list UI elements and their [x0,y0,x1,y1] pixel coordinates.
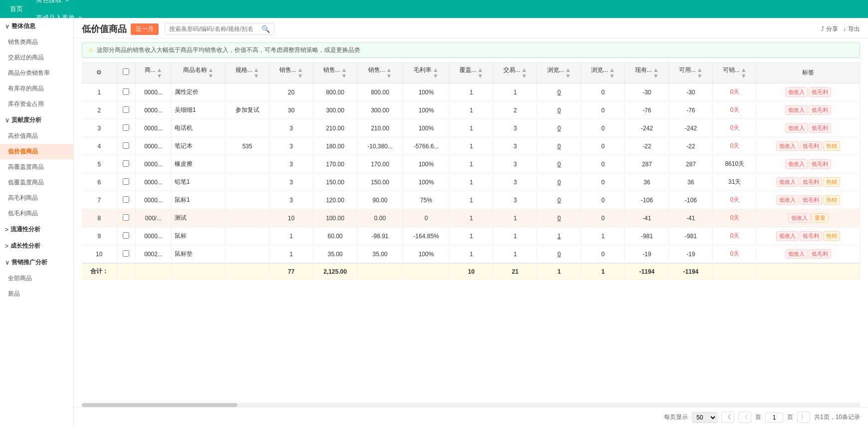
row-view1[interactable]: 0 [537,173,581,191]
row-view1[interactable]: 0 [537,245,581,264]
view-link[interactable]: 0 [557,125,561,132]
sort-icon[interactable]: ▲▼ [521,67,527,79]
col-header-8[interactable]: 毛利率▲▼ [403,62,449,83]
sidebar-group-成长性分析[interactable]: >成长性分析 [0,238,73,254]
row-checkbox[interactable] [123,142,129,149]
table-wrapper[interactable]: ⚙商...▲▼商品名称▲▼规格...▲▼销售...▲▼销售...▲▼销售...▲… [74,62,868,403]
sidebar-group-整体信息[interactable]: ∨整体信息 [0,18,73,34]
tab-close-icon[interactable]: ✕ [78,15,82,21]
sidebar-item-低覆盖度商品[interactable]: 低覆盖度商品 [0,175,73,190]
tab-close-icon[interactable]: ✕ [65,0,69,3]
col-header-5[interactable]: 销售...▲▼ [269,62,313,83]
row-view1[interactable]: 1 [537,227,581,245]
row-view1[interactable]: 0 [537,83,581,101]
sidebar-item-高价值商品[interactable]: 高价值商品 [0,128,73,144]
sort-icon[interactable]: ▲▼ [208,67,214,79]
filter-btn[interactable]: 近一月 [131,23,159,35]
sort-icon[interactable]: ▲▼ [565,67,571,79]
row-check[interactable] [117,83,136,101]
row-check[interactable] [117,227,136,245]
row-check[interactable] [117,173,136,191]
row-view1[interactable]: 0 [537,101,581,119]
search-input[interactable] [169,25,258,32]
sidebar-item-低价值商品[interactable]: 低价值商品 [0,144,73,159]
row-view1[interactable]: 0 [537,209,581,227]
sidebar-group-贡献度分析[interactable]: ∨贡献度分析 [0,112,73,128]
col-header-3[interactable]: 商品名称▲▼ [171,62,225,83]
row-checkbox[interactable] [123,124,129,131]
per-page-select[interactable]: 50 100 200 [692,412,717,423]
sort-icon[interactable]: ▲▼ [253,67,259,79]
row-checkbox[interactable] [123,214,129,221]
sidebar-item-库存资金占用[interactable]: 库存资金占用 [0,96,73,112]
sidebar-item-交易过的商品[interactable]: 交易过的商品 [0,50,73,65]
sort-icon[interactable]: ▲▼ [433,67,438,79]
row-view1[interactable]: 0 [537,155,581,173]
col-header-11[interactable]: 浏览...▲▼ [537,62,581,83]
tab-close-icon[interactable]: ✕ [65,51,69,57]
sort-icon[interactable]: ▲▼ [341,67,347,79]
sidebar-item-销售类商品[interactable]: 销售类商品 [0,34,73,50]
row-checkbox[interactable] [123,160,129,167]
col-header-12[interactable]: 浏览...▲▼ [581,62,625,83]
row-check[interactable] [117,155,136,173]
col-header-7[interactable]: 销售...▲▼ [357,62,403,83]
row-view1[interactable]: 0 [537,119,581,137]
row-checkbox[interactable] [123,250,129,257]
view-link[interactable]: 0 [557,107,561,114]
col-header-2[interactable]: 商...▲▼ [136,62,172,83]
row-check[interactable] [117,101,136,119]
row-view1[interactable]: 0 [537,191,581,209]
nav-home[interactable]: 首页 [4,4,29,13]
share-btn[interactable]: ⤴ 分享 [821,25,838,33]
select-all-checkbox[interactable] [123,68,129,75]
view-link[interactable]: 0 [557,215,561,222]
row-checkbox[interactable] [123,106,129,113]
sidebar-group-营销推广分析[interactable]: ∨营销推广分析 [0,254,73,271]
sort-icon[interactable]: ▲▼ [297,67,303,79]
row-checkbox[interactable] [123,196,129,203]
sort-icon[interactable]: ▲▼ [697,67,703,79]
export-btn[interactable]: ↓ 导出 [843,25,860,33]
view-link[interactable]: 0 [557,161,561,168]
sort-icon[interactable]: ▲▼ [741,67,747,79]
row-view1[interactable]: 0 [537,137,581,155]
sort-icon[interactable]: ▲▼ [477,67,483,79]
col-header-15[interactable]: 可销...▲▼ [713,62,757,83]
row-check[interactable] [117,245,136,264]
view-link[interactable]: 0 [557,251,561,258]
row-checkbox[interactable] [123,88,129,95]
sort-icon[interactable]: ▲▼ [386,67,392,79]
sort-icon[interactable]: ▲▼ [653,67,659,79]
view-link[interactable]: 0 [557,197,561,204]
prev-page-btn[interactable]: 〈 [738,412,751,423]
sidebar-item-高覆盖度商品[interactable]: 高覆盖度商品 [0,159,73,175]
sort-icon[interactable]: ▲▼ [609,67,615,79]
sidebar-item-低毛利商品[interactable]: 低毛利商品 [0,206,73,221]
col-header-13[interactable]: 现有...▲▼ [625,62,669,83]
first-page-btn[interactable]: 《 [721,412,734,423]
search-icon[interactable]: 🔍 [261,25,270,33]
sort-icon[interactable]: ▲▼ [157,67,163,79]
row-checkbox[interactable] [123,232,129,239]
row-check[interactable] [117,191,136,209]
view-link[interactable]: 0 [557,89,561,96]
tab-close-icon[interactable]: ✕ [78,33,82,39]
gear-icon[interactable]: ⚙ [96,69,102,76]
col-header-10[interactable]: 交易...▲▼ [493,62,537,83]
col-header-9[interactable]: 覆盖...▲▼ [449,62,493,83]
sidebar-group-流通性分析[interactable]: >流通性分析 [0,221,73,238]
row-check[interactable] [117,137,136,155]
sidebar-item-新品[interactable]: 新品 [0,286,73,302]
sidebar-item-商品分类销售率[interactable]: 商品分类销售率 [0,65,73,81]
page-input[interactable] [765,413,783,423]
sidebar-item-有库存的商品[interactable]: 有库存的商品 [0,81,73,96]
view-link[interactable]: 0 [557,143,561,150]
row-check[interactable] [117,209,136,227]
scrollbar-area[interactable] [82,403,860,407]
view-link[interactable]: 1 [557,233,561,240]
sidebar-item-高毛利商品[interactable]: 高毛利商品 [0,190,73,206]
next-page-btn[interactable]: 〉 [797,412,810,423]
col-header-4[interactable]: 规格...▲▼ [225,62,269,83]
view-link[interactable]: 0 [557,179,561,186]
